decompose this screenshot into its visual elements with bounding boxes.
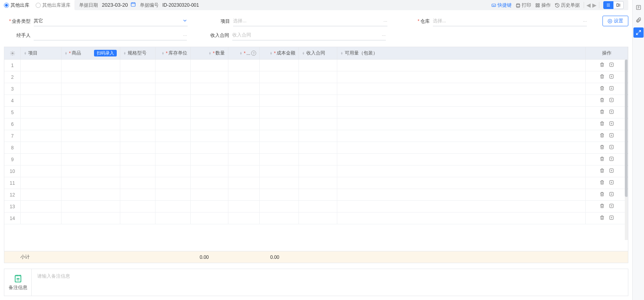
table-row[interactable]: 9	[4, 154, 628, 165]
view-list-button[interactable]	[603, 1, 613, 9]
history-button[interactable]: 历史单据	[555, 2, 580, 9]
cell-product[interactable]	[62, 142, 120, 153]
cell-spec[interactable]	[120, 201, 156, 212]
cell-available[interactable]	[337, 107, 586, 118]
row-add-button[interactable]	[609, 168, 614, 175]
cell-trunc[interactable]	[228, 83, 260, 95]
cell-product[interactable]	[62, 71, 120, 83]
cell-unit[interactable]	[156, 165, 191, 177]
cell-unit[interactable]	[156, 213, 191, 224]
cell-qty[interactable]	[191, 60, 228, 71]
cell-spec[interactable]	[120, 118, 156, 130]
cell-cost[interactable]	[260, 189, 299, 200]
project-select[interactable]: 选择... ···	[233, 16, 387, 26]
table-row[interactable]: 3	[4, 83, 628, 95]
cell-cost[interactable]	[260, 83, 299, 95]
cell-unit[interactable]	[156, 118, 191, 130]
row-add-button[interactable]	[609, 180, 614, 186]
cell-unit[interactable]	[156, 177, 191, 189]
cell-spec[interactable]	[120, 107, 156, 118]
cell-qty[interactable]	[191, 107, 228, 118]
col-product[interactable]: *商品扫码录入	[62, 47, 120, 59]
cell-cost[interactable]	[260, 142, 299, 153]
row-add-button[interactable]	[609, 203, 614, 210]
cell-qty[interactable]	[191, 189, 228, 200]
cell-unit[interactable]	[156, 201, 191, 212]
handler-select[interactable]: ···	[34, 30, 187, 40]
notes-input[interactable]: 请输入备注信息	[32, 269, 628, 296]
table-row[interactable]: 4	[4, 95, 628, 107]
cell-unit[interactable]	[156, 154, 191, 165]
cell-project[interactable]	[21, 83, 62, 95]
cell-product[interactable]	[62, 118, 120, 130]
cell-qty[interactable]	[191, 130, 228, 142]
cell-unit[interactable]	[156, 142, 191, 153]
cell-unit[interactable]	[156, 95, 191, 106]
cell-project[interactable]	[21, 107, 62, 118]
row-add-button[interactable]	[609, 144, 614, 151]
row-add-button[interactable]	[609, 121, 614, 127]
cell-available[interactable]	[337, 142, 586, 153]
cell-available[interactable]	[337, 154, 586, 165]
cell-income[interactable]	[299, 130, 337, 142]
view-card-button[interactable]	[613, 1, 624, 9]
col-project[interactable]: 项目	[21, 47, 62, 59]
settings-button[interactable]: 设置	[602, 16, 628, 26]
side-attachment-button[interactable]	[633, 15, 644, 25]
cell-trunc[interactable]	[228, 130, 260, 142]
cell-spec[interactable]	[120, 213, 156, 224]
cell-available[interactable]	[337, 95, 586, 106]
cell-trunc[interactable]	[228, 107, 260, 118]
cell-cost[interactable]	[260, 201, 299, 212]
cell-income[interactable]	[299, 189, 337, 200]
row-delete-button[interactable]	[599, 109, 605, 116]
cell-product[interactable]	[62, 83, 120, 95]
cell-income[interactable]	[299, 83, 337, 95]
col-cost[interactable]: *成本金额	[260, 47, 299, 59]
table-row[interactable]: 7	[4, 130, 628, 142]
cell-trunc[interactable]	[228, 201, 260, 212]
row-delete-button[interactable]	[599, 156, 605, 163]
cell-available[interactable]	[337, 83, 586, 95]
radio-other-outbound[interactable]: 其他出库	[4, 2, 29, 9]
row-add-button[interactable]	[609, 215, 614, 222]
row-delete-button[interactable]	[599, 168, 605, 175]
cell-spec[interactable]	[120, 95, 156, 106]
cell-project[interactable]	[21, 165, 62, 177]
cell-qty[interactable]	[191, 142, 228, 153]
cell-income[interactable]	[299, 118, 337, 130]
cell-available[interactable]	[337, 165, 586, 177]
table-row[interactable]: 12	[4, 189, 628, 201]
row-add-button[interactable]	[609, 85, 614, 92]
cell-project[interactable]	[21, 95, 62, 106]
cell-cost[interactable]	[260, 60, 299, 71]
cell-spec[interactable]	[120, 60, 156, 71]
cell-project[interactable]	[21, 71, 62, 83]
cell-income[interactable]	[299, 177, 337, 189]
row-add-button[interactable]	[609, 97, 614, 104]
row-delete-button[interactable]	[599, 203, 605, 210]
contract-select[interactable]: 收入合同 ···	[232, 30, 385, 40]
col-income[interactable]: 收入合同	[299, 47, 337, 59]
cell-cost[interactable]	[260, 95, 299, 106]
col-qty[interactable]: *数量	[191, 47, 228, 59]
help-icon[interactable]: ?	[251, 51, 256, 56]
cell-cost[interactable]	[260, 118, 299, 130]
table-row[interactable]: 2	[4, 71, 628, 83]
cell-spec[interactable]	[120, 130, 156, 142]
biztype-select[interactable]: 其它	[34, 16, 188, 26]
cell-qty[interactable]	[191, 201, 228, 212]
table-row[interactable]: 11	[4, 177, 628, 189]
operation-button[interactable]: 操作	[535, 2, 551, 9]
cell-cost[interactable]	[260, 154, 299, 165]
cell-cost[interactable]	[260, 213, 299, 224]
cell-product[interactable]	[62, 107, 120, 118]
warehouse-select[interactable]: 选择... ···	[433, 16, 587, 26]
row-delete-button[interactable]	[599, 144, 605, 151]
cell-unit[interactable]	[156, 107, 191, 118]
col-spec[interactable]: 规格型号	[120, 47, 156, 59]
cell-income[interactable]	[299, 154, 337, 165]
cell-spec[interactable]	[120, 177, 156, 189]
cell-product[interactable]	[62, 213, 120, 224]
table-row[interactable]: 5	[4, 107, 628, 118]
